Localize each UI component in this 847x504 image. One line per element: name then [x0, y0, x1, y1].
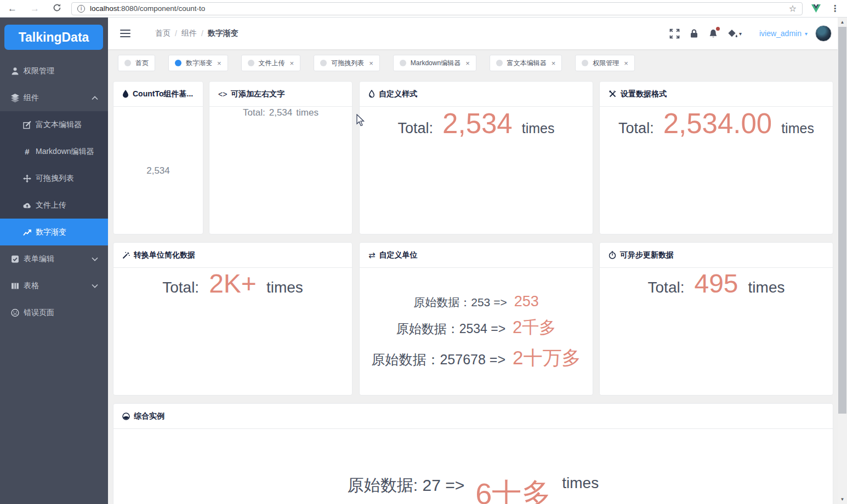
bookmark-star-icon[interactable]: ☆ [789, 3, 797, 14]
fullscreen-icon[interactable] [669, 28, 680, 39]
tab-home[interactable]: 首页 [118, 55, 155, 71]
vue-devtools-icon[interactable] [811, 4, 821, 13]
card-title-bar: CountTo组件基... [113, 82, 203, 107]
scrollbar-thumb[interactable] [838, 27, 846, 414]
sidebar: TalkingData 权限管理 组件 富文本编辑器 # Markdown编辑器 [0, 18, 108, 504]
card-custom-style: 自定义样式 Total: 2,534 times [359, 81, 593, 234]
sidebar-item-label: 表单编辑 [24, 254, 54, 264]
sidebar-item-label: 组件 [24, 93, 39, 103]
count-suffix: times [562, 474, 599, 492]
browser-scrollbar[interactable]: ▲ ▼ [838, 18, 847, 504]
notification-bell-icon[interactable] [708, 28, 718, 39]
tab-file-upload[interactable]: 文件上传 × [241, 55, 301, 71]
browser-menu-icon[interactable]: ⋮ [831, 3, 839, 14]
card-title: 转换单位简化数据 [134, 250, 195, 260]
scroll-up-icon[interactable]: ▲ [838, 18, 847, 27]
card-custom-unit: ⇄ 自定义单位 原始数据：253 => 253 原始数据：2534 => 2千多… [359, 242, 593, 396]
tab-markdown-editor[interactable]: Markdown编辑器 × [393, 55, 476, 71]
tab-count-to[interactable]: 数字渐变 × [168, 55, 228, 71]
count-suffix: times [748, 279, 785, 296]
tab-label: 富文本编辑器 [507, 59, 547, 68]
breadcrumb-current: 数字渐变 [208, 28, 238, 38]
count-value: 2,534.00 [663, 107, 772, 140]
droplet-icon [122, 90, 129, 98]
chevron-up-icon [92, 96, 98, 100]
card-unit-simplify: 转换单位简化数据 Total: 2K+ times [113, 242, 353, 396]
app-header: 首页 / 组件 / 数字渐变 ▾ iview_admin ▾ [108, 18, 838, 49]
page-info-icon[interactable]: i [77, 5, 85, 13]
scroll-down-icon[interactable]: ▼ [838, 495, 847, 504]
sidebar-toggle-icon[interactable] [120, 27, 130, 39]
count-prefix: Total: [398, 120, 434, 137]
sidebar-item-count-to[interactable]: 数字渐变 [0, 219, 108, 245]
tab-label: 权限管理 [593, 59, 619, 68]
tag-dot-icon [248, 60, 254, 66]
user-menu[interactable]: iview_admin ▾ [759, 29, 808, 38]
tab-richtext-editor[interactable]: 富文本编辑器 × [490, 55, 562, 71]
card-title-bar: <> 可添加左右文字 [209, 82, 352, 107]
tab-draggable-list[interactable]: 可拖拽列表 × [314, 55, 380, 71]
sad-face-icon [11, 308, 19, 317]
card-countto-text: <> 可添加左右文字 Total: 2,534 times [209, 81, 353, 234]
card-title: 自定义样式 [379, 89, 417, 99]
sidebar-item-error-pages[interactable]: 错误页面 [0, 299, 108, 326]
close-icon[interactable]: × [624, 59, 628, 67]
sidebar-item-table[interactable]: 表格 [0, 272, 108, 299]
url-path: :8080/component/count-to [119, 4, 205, 13]
browser-forward-icon[interactable]: → [30, 4, 39, 13]
close-icon[interactable]: × [369, 59, 373, 67]
address-bar[interactable]: i localhost :8080/component/count-to ☆ [71, 2, 803, 15]
count-suffix: times [781, 121, 814, 136]
card-title-bar: 转换单位简化数据 [113, 243, 352, 268]
sidebar-item-label: 富文本编辑器 [36, 120, 82, 130]
tag-dot-icon [582, 60, 588, 66]
close-icon[interactable]: × [217, 59, 221, 67]
shuffle-icon: ⇄ [368, 250, 376, 260]
breadcrumb-components[interactable]: 组件 [181, 28, 197, 38]
sidebar-item-file-upload[interactable]: 文件上传 [0, 192, 108, 219]
app-logo[interactable]: TalkingData [4, 25, 103, 50]
sidebar-item-form-edit[interactable]: 表单编辑 [0, 245, 108, 272]
close-icon[interactable]: × [552, 59, 556, 67]
unit-row: 原始数据：2534 => 2千多 [396, 316, 556, 339]
lock-icon[interactable] [689, 28, 699, 38]
sidebar-item-label: 错误页面 [24, 308, 54, 318]
breadcrumb-home[interactable]: 首页 [155, 28, 170, 38]
tags-nav: 首页 数字渐变 × 文件上传 × 可拖拽列表 × Markdown编辑器 × 富… [118, 55, 635, 71]
sidebar-item-markdown-editor[interactable]: # Markdown编辑器 [0, 138, 108, 165]
count-value: 2,534 [442, 107, 513, 140]
card-title-bar: 设置数据格式 [600, 82, 833, 107]
chevron-down-icon [92, 284, 98, 288]
tag-dot-icon [400, 60, 406, 66]
card-title: 可添加左右文字 [231, 89, 285, 99]
card-title: 可异步更新数据 [620, 250, 674, 260]
sidebar-item-richtext-editor[interactable]: 富文本编辑器 [0, 111, 108, 138]
sidebar-item-components[interactable]: 组件 [0, 84, 108, 111]
move-icon [23, 174, 31, 183]
tab-permissions[interactable]: 权限管理 × [575, 55, 635, 71]
card-title-bar: 可异步更新数据 [600, 243, 833, 268]
close-icon[interactable]: × [465, 59, 470, 67]
sidebar-item-label: 文件上传 [36, 201, 66, 210]
count-prefix: Total: [162, 279, 199, 296]
sidebar-item-label: 表格 [24, 281, 39, 291]
code-icon: <> [218, 90, 227, 99]
card-title: 自定义单位 [379, 250, 418, 260]
user-avatar[interactable] [815, 25, 832, 42]
count-suffix: times [266, 279, 303, 296]
sidebar-item-draggable-list[interactable]: 可拖拽列表 [0, 165, 108, 192]
browser-refresh-icon[interactable] [53, 3, 61, 14]
tag-dot-icon [175, 60, 181, 66]
stopwatch-icon [609, 251, 616, 259]
browser-back-icon[interactable]: ← [8, 4, 17, 13]
close-icon[interactable]: × [290, 59, 294, 67]
compose-icon [23, 121, 31, 129]
theme-switch-icon[interactable]: ▾ [727, 29, 742, 38]
count-value: 2,534 [146, 165, 170, 176]
card-countto-basic: CountTo组件基... 2,534 [113, 81, 203, 234]
sidebar-menu: 权限管理 组件 富文本编辑器 # Markdown编辑器 [0, 58, 108, 326]
contrast-icon [122, 413, 130, 420]
wand-icon [122, 251, 130, 259]
sidebar-item-permissions[interactable]: 权限管理 [0, 58, 108, 84]
header-actions: ▾ iview_admin ▾ [660, 25, 838, 42]
